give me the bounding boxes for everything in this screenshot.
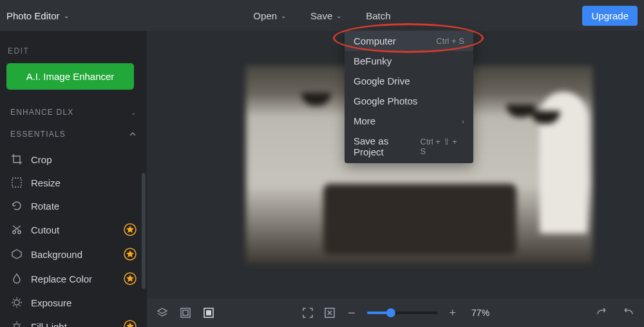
tool-replace-color[interactable]: Replace Color (6, 266, 140, 291)
tool-label: Background (31, 249, 82, 260)
bottom-toolbar: − + 77% (147, 299, 644, 327)
tool-label: Replace Color (31, 273, 92, 284)
svg-rect-10 (183, 310, 188, 315)
top-center-menu: Open ⌄ Save ⌄ Batch (253, 10, 390, 21)
chevron-down-icon: ⌄ (336, 12, 341, 19)
dd-label: More (354, 115, 375, 126)
tool-list: Crop Resize Rotate Cutout Background Rep… (6, 148, 140, 327)
dd-label: Computer (354, 35, 396, 46)
tool-cutout[interactable]: Cutout (6, 217, 140, 242)
open-menu[interactable]: Open ⌄ (253, 10, 286, 21)
batch-label: Batch (366, 10, 390, 21)
top-bar: Photo Editor ⌄ Open ⌄ Save ⌄ Batch Upgra… (0, 0, 644, 31)
tool-fill-light[interactable]: Fill Light (6, 314, 140, 327)
tool-label: Crop (31, 154, 52, 165)
upgrade-button[interactable]: Upgrade (582, 6, 638, 26)
dd-label: BeFunky (354, 55, 392, 66)
chevron-down-icon: ⌄ (131, 109, 137, 116)
chevron-right-icon: › (462, 117, 464, 125)
save-menu[interactable]: Save ⌄ (310, 10, 341, 21)
dd-shortcut: Ctrl + S (436, 36, 464, 46)
sidebar-scrollbar[interactable] (142, 173, 146, 289)
tool-rotate[interactable]: Rotate (6, 194, 140, 217)
exposure-icon (10, 297, 23, 308)
premium-star-icon (124, 248, 137, 261)
svg-rect-0 (12, 178, 21, 187)
fit-screen-icon[interactable] (301, 306, 314, 319)
dd-shortcut: Ctrl + ⇧ + S (421, 137, 465, 156)
chevron-up-icon (129, 130, 137, 138)
resize-icon (10, 177, 23, 188)
svg-rect-9 (181, 308, 190, 317)
premium-star-icon (124, 272, 137, 285)
bottom-left-group (156, 306, 215, 319)
sidebar: EDIT A.I. Image Enhancer ENHANCE DLX ⌄ E… (0, 31, 147, 327)
actual-size-icon[interactable] (323, 306, 336, 319)
bottom-right-group (595, 306, 635, 319)
undo-icon[interactable] (621, 306, 635, 319)
crop-icon (10, 154, 23, 165)
zoom-slider-group (367, 312, 438, 314)
save-dropdown: Computer Ctrl + S BeFunky Google Drive G… (345, 30, 473, 163)
premium-star-icon (124, 320, 137, 327)
batch-menu[interactable]: Batch (366, 10, 390, 21)
fill-light-icon (10, 321, 23, 327)
zoom-slider-thumb[interactable] (386, 308, 395, 317)
tool-label: Fill Light (31, 321, 67, 328)
chevron-down-icon: ⌄ (64, 12, 69, 19)
tool-exposure[interactable]: Exposure (6, 291, 140, 314)
bottom-center-group: − + 77% (301, 306, 489, 321)
section-essentials[interactable]: ESSENTIALS (6, 123, 140, 145)
brand-label: Photo Editor (6, 10, 60, 21)
layers-icon[interactable] (156, 306, 169, 319)
save-befunky-item[interactable]: BeFunky (345, 51, 473, 71)
ai-enhancer-button[interactable]: A.I. Image Enhancer (6, 63, 134, 90)
dd-label: Save as Project (354, 135, 421, 157)
tool-resize[interactable]: Resize (6, 171, 140, 194)
save-label: Save (310, 10, 332, 21)
save-gdrive-item[interactable]: Google Drive (345, 71, 473, 91)
section-label: ENHANCE DLX (10, 108, 74, 117)
redo-icon[interactable] (595, 306, 609, 319)
brand-dropdown[interactable]: Photo Editor ⌄ (6, 10, 69, 21)
zoom-percent: 77% (471, 308, 489, 318)
zoom-in-button[interactable]: + (447, 306, 459, 320)
save-computer-item[interactable]: Computer Ctrl + S (345, 31, 473, 51)
tool-label: Resize (31, 177, 61, 188)
chevron-down-icon: ⌄ (281, 12, 286, 19)
dd-label: Google Drive (354, 75, 410, 86)
svg-point-6 (14, 300, 19, 305)
save-more-item[interactable]: More › (345, 111, 473, 131)
tool-label: Rotate (31, 201, 59, 212)
compare-icon[interactable] (179, 306, 192, 319)
replace-color-icon (10, 273, 23, 284)
background-icon (10, 248, 23, 260)
zoom-out-button[interactable]: − (345, 306, 358, 321)
rotate-icon (10, 200, 23, 212)
cutout-icon (10, 224, 23, 235)
open-label: Open (253, 10, 277, 21)
svg-point-7 (14, 324, 19, 327)
tool-label: Cutout (31, 224, 59, 235)
tool-label: Exposure (31, 297, 71, 308)
svg-rect-12 (206, 310, 211, 315)
grid-icon[interactable] (202, 306, 215, 319)
premium-star-icon (124, 223, 137, 236)
edit-section-label: EDIT (8, 46, 140, 55)
section-label: ESSENTIALS (10, 130, 66, 139)
save-gphotos-item[interactable]: Google Photos (345, 91, 473, 111)
dd-label: Google Photos (354, 95, 417, 106)
section-enhance-dlx[interactable]: ENHANCE DLX ⌄ (6, 101, 140, 123)
tool-crop[interactable]: Crop (6, 148, 140, 171)
save-as-project-item[interactable]: Save as Project Ctrl + ⇧ + S (345, 131, 473, 162)
tool-background[interactable]: Background (6, 242, 140, 266)
zoom-slider[interactable] (367, 312, 438, 314)
